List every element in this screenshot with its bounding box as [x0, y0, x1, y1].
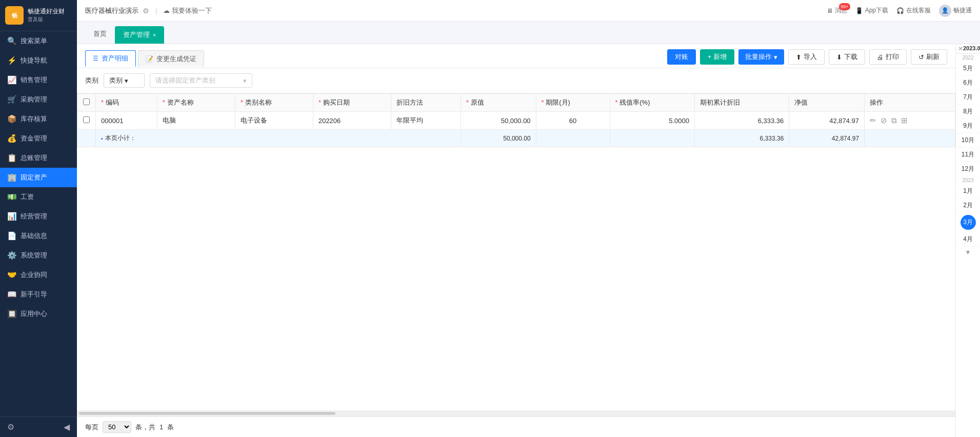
calendar-controls: ✕ 2023.03 ⤢ [956, 44, 980, 54]
calendar-month-8[interactable]: 8月 [956, 105, 980, 119]
header-depreciation-method: 折旧方法 [391, 94, 461, 112]
sidebar-item-fixed-assets[interactable]: 🏢 固定资产 [0, 168, 77, 187]
calendar-down-icon[interactable]: ▼ [965, 249, 971, 256]
sidebar-item-basic-info[interactable]: 📄 基础信息 [0, 226, 77, 246]
sidebar-item-label: 销售管理 [21, 75, 47, 85]
category-input[interactable]: 请选择固定资产类别 ▾ [150, 73, 252, 88]
headset-icon: 🎧 [896, 7, 904, 14]
experience-button[interactable]: ☁ 我要体验一下 [163, 6, 212, 15]
new-button[interactable]: + 新增 [700, 49, 734, 65]
calendar-month-7[interactable]: 7月 [956, 90, 980, 105]
sidebar-item-payroll[interactable]: 💵 工资 [0, 187, 77, 207]
header-category: 类别名称 [235, 94, 313, 112]
tabs-bar: 首页 资产管理 × [77, 22, 980, 44]
tab-asset-management[interactable]: 资产管理 × [115, 26, 164, 44]
sidebar-item-app-center[interactable]: 🔲 应用中心 [0, 304, 77, 324]
horizontal-scrollbar[interactable] [77, 410, 955, 416]
settings-gear-icon[interactable]: ⚙ [143, 7, 149, 15]
batch-ops-button[interactable]: 批量操作 ▾ [738, 49, 784, 65]
sidebar-item-label: 系统管理 [21, 251, 47, 260]
notification-badge: 99+ [839, 3, 850, 10]
calendar-nav-down: ▼ [956, 247, 980, 258]
sidebar-bottom: ⚙ ◀ [0, 416, 77, 437]
edit-icon[interactable]: ✏ [870, 116, 876, 125]
download-button[interactable]: ⬇ 下载 [829, 49, 865, 65]
topbar-left: 医疗器械行业演示 ⚙ | ☁ 我要体验一下 [85, 6, 822, 15]
sidebar-item-cooperation[interactable]: 🤝 企业协同 [0, 265, 77, 285]
batch-ops-label: 批量操作 [745, 52, 772, 62]
calendar-month-6[interactable]: 6月 [956, 76, 980, 90]
tab-home[interactable]: 首页 [85, 25, 115, 44]
more-icon[interactable]: ⊞ [901, 116, 908, 125]
payroll-icon: 💵 [7, 192, 16, 202]
list-icon: ☰ [93, 55, 98, 62]
header-original-value: 原值 [461, 94, 536, 112]
category-type-select[interactable]: 类别 ▾ [104, 73, 145, 88]
table-row: 000001 电脑 电子设备 202206 年限平均 50,000.00 60 … [77, 112, 955, 130]
sidebar-item-system[interactable]: ⚙️ 系统管理 [0, 246, 77, 265]
cell-code: 000001 [96, 112, 157, 130]
sidebar-item-tutorial[interactable]: 📖 新手引导 [0, 285, 77, 304]
select-all-checkbox[interactable] [83, 98, 90, 105]
user-area[interactable]: 👤 畅捷通 [939, 5, 972, 17]
header-operations: 操作 [865, 94, 955, 112]
box-icon: 📦 [7, 114, 16, 124]
refresh-button[interactable]: ↺ 刷新 [911, 49, 947, 65]
calendar-month-10[interactable]: 10月 [956, 133, 980, 148]
subtotal-ops-empty [865, 130, 955, 147]
calendar-month-12[interactable]: 12月 [956, 162, 980, 176]
subtabs: ☰ 资产明细 📝 变更生成凭证 对账 + 新增 [77, 44, 955, 68]
tab-close-button[interactable]: × [153, 32, 156, 38]
copy-icon[interactable]: ⧉ [891, 116, 897, 125]
app-download-button[interactable]: 📱 App下载 [855, 6, 888, 15]
sidebar-item-label: 固定资产 [21, 173, 47, 182]
sidebar-item-fund[interactable]: 💰 资金管理 [0, 129, 77, 148]
import-button[interactable]: ⬆ 导入 [788, 49, 825, 65]
asset-table-wrap: 编码 资产名称 类别名称 购买日期 折旧方法 原值 期限(月) 残值率(%) 期… [77, 93, 955, 410]
sidebar-header: 畅 畅捷通好业财 普及版 [0, 0, 77, 31]
reconcile-label: 对账 [675, 52, 688, 62]
subtab-asset-detail[interactable]: ☰ 资产明细 [85, 50, 136, 67]
cell-original-value: 50,000.00 [461, 112, 536, 130]
sidebar-item-inventory[interactable]: 📦 库存核算 [0, 109, 77, 129]
calendar-month-5[interactable]: 5月 [956, 62, 980, 76]
calendar-month-2[interactable]: 2月 [956, 198, 980, 213]
sidebar-item-purchase[interactable]: 🛒 采购管理 [0, 90, 77, 109]
header-net-value: 净值 [789, 94, 865, 112]
notification-button[interactable]: 🖥 消息 99+ [827, 6, 847, 15]
sidebar-item-sales[interactable]: 📈 销售管理 [0, 70, 77, 90]
row-checkbox[interactable] [83, 116, 90, 123]
calendar-month-11[interactable]: 11月 [956, 148, 980, 162]
sidebar-item-quick-nav[interactable]: ⚡ 快捷导航 [0, 51, 77, 70]
online-service-button[interactable]: 🎧 在线客服 [896, 6, 931, 15]
sidebar-nav: 🔍 搜索菜单 ⚡ 快捷导航 📈 销售管理 🛒 采购管理 📦 库存核算 💰 资金管… [0, 31, 77, 416]
settings-icon[interactable]: ⚙ [7, 422, 14, 432]
cell-residual-rate: 5.0000 [610, 112, 694, 130]
sidebar-item-ledger[interactable]: 📋 总账管理 [0, 148, 77, 168]
per-page-select[interactable]: 50 100 200 [103, 421, 131, 433]
cell-name: 电脑 [157, 112, 235, 130]
sidebar-item-operations[interactable]: 📊 经营管理 [0, 207, 77, 226]
subtotal-label: 本页小计： [105, 134, 136, 143]
refresh-label: 刷新 [926, 52, 939, 62]
cell-purchase-date: 202206 [313, 112, 391, 130]
delete-icon[interactable]: ⊘ [881, 116, 887, 125]
chevron-down-icon: ▾ [125, 77, 128, 85]
sidebar-item-label: 快捷导航 [21, 56, 47, 65]
topbar: 医疗器械行业演示 ⚙ | ☁ 我要体验一下 🖥 消息 99+ 📱 App下载 🎧… [77, 0, 980, 22]
calendar-month-4[interactable]: 4月 [956, 232, 980, 247]
download-icon: ⬇ [836, 53, 842, 61]
subtab-change-voucher[interactable]: 📝 变更生成凭证 [138, 50, 204, 67]
subtotal-original-value: 50,000.00 [461, 130, 536, 147]
calendar-month-1[interactable]: 1月 [956, 184, 980, 198]
print-button[interactable]: 🖨 打印 [869, 49, 907, 65]
calendar-month-3[interactable]: 3月 [961, 215, 976, 230]
calendar-close-button[interactable]: ✕ [958, 45, 963, 52]
collapse-icon[interactable]: ◀ [64, 422, 70, 432]
filter-row: 类别 类别 ▾ 请选择固定资产类别 ▾ [77, 68, 955, 93]
subtotal-empty1 [77, 130, 96, 147]
scrollbar-thumb[interactable] [79, 412, 335, 415]
reconcile-button[interactable]: 对账 [667, 49, 696, 65]
calendar-month-9[interactable]: 9月 [956, 119, 980, 133]
sidebar-item-search[interactable]: 🔍 搜索菜单 [0, 31, 77, 51]
